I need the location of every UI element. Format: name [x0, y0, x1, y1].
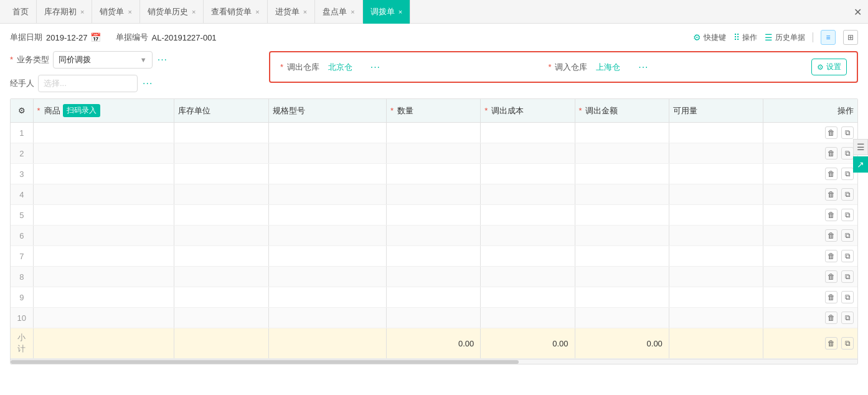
delete-icon[interactable]: 🗑	[825, 337, 837, 350]
tab-sales-order[interactable]: 销货单 ×	[92, 0, 139, 24]
copy-icon[interactable]: ⧉	[841, 147, 854, 159]
delete-icon[interactable]: 🗑	[825, 312, 837, 324]
cell-cost[interactable]	[481, 308, 575, 328]
cell-product[interactable]	[33, 164, 174, 184]
handler-more-button[interactable]: ···	[143, 78, 153, 89]
cell-qty[interactable]	[386, 226, 480, 246]
cell-spec[interactable]	[268, 287, 386, 308]
cell-amount[interactable]	[575, 184, 669, 205]
cell-product[interactable]	[33, 143, 174, 164]
business-type-more-button[interactable]: ···	[158, 54, 167, 65]
cell-amount[interactable]	[575, 164, 669, 184]
cell-cost[interactable]	[481, 164, 575, 184]
cell-unit[interactable]	[174, 308, 268, 328]
calendar-icon[interactable]: 📅	[90, 32, 101, 42]
delete-icon[interactable]: 🗑	[825, 291, 837, 303]
cell-qty[interactable]	[386, 164, 480, 184]
delete-icon[interactable]: 🗑	[825, 188, 837, 201]
cell-spec[interactable]	[268, 226, 386, 246]
cell-amount[interactable]	[575, 143, 669, 164]
cell-cost[interactable]	[481, 205, 575, 226]
tab-view-sales[interactable]: 查看销货单 ×	[204, 0, 267, 24]
history-action[interactable]: ☰ 历史单据	[765, 32, 805, 43]
cell-cost[interactable]	[481, 287, 575, 308]
cell-cost[interactable]	[481, 246, 575, 267]
cell-product[interactable]	[33, 184, 174, 205]
cell-amount[interactable]	[575, 308, 669, 328]
copy-icon[interactable]: ⧉	[841, 188, 854, 201]
cell-cost[interactable]	[481, 123, 575, 143]
cell-amount[interactable]	[575, 267, 669, 287]
copy-icon[interactable]: ⧉	[841, 337, 854, 350]
cell-product[interactable]	[33, 226, 174, 246]
cell-qty[interactable]	[386, 287, 480, 308]
cell-unit[interactable]	[174, 123, 268, 143]
tab-inventory-init[interactable]: 库存期初 ×	[37, 0, 92, 24]
cell-product[interactable]	[33, 308, 174, 328]
delete-icon[interactable]: 🗑	[825, 147, 837, 159]
cell-qty[interactable]	[386, 308, 480, 328]
scan-button[interactable]: 扫码录入	[63, 104, 100, 117]
cell-unit[interactable]	[174, 287, 268, 308]
tab-transfer-close[interactable]: ×	[399, 8, 402, 16]
delete-icon[interactable]: 🗑	[825, 168, 837, 180]
delete-icon[interactable]: 🗑	[825, 126, 837, 139]
business-type-select[interactable]: 同价调拨 ▼	[53, 51, 153, 69]
cell-cost[interactable]	[481, 226, 575, 246]
cell-amount[interactable]	[575, 246, 669, 267]
copy-icon[interactable]: ⧉	[841, 168, 854, 180]
cell-product[interactable]	[33, 267, 174, 287]
tab-view-sales-close[interactable]: ×	[255, 8, 259, 16]
copy-icon[interactable]: ⧉	[841, 291, 854, 303]
cell-amount[interactable]	[575, 205, 669, 226]
delete-icon[interactable]: 🗑	[825, 229, 837, 242]
copy-icon[interactable]: ⧉	[841, 312, 854, 324]
cell-spec[interactable]	[268, 308, 386, 328]
cell-qty[interactable]	[386, 184, 480, 205]
cell-unit[interactable]	[174, 205, 268, 226]
cell-unit[interactable]	[174, 267, 268, 287]
cell-unit[interactable]	[174, 226, 268, 246]
copy-icon[interactable]: ⧉	[841, 250, 854, 262]
delete-icon[interactable]: 🗑	[825, 209, 837, 221]
cell-spec[interactable]	[268, 267, 386, 287]
cell-qty[interactable]	[386, 246, 480, 267]
cell-qty[interactable]	[386, 267, 480, 287]
tab-sales-history[interactable]: 销货单历史 ×	[140, 0, 204, 24]
copy-icon[interactable]: ⧉	[841, 126, 854, 139]
cell-product[interactable]	[33, 205, 174, 226]
copy-icon[interactable]: ⧉	[841, 209, 854, 221]
tab-sales-order-close[interactable]: ×	[128, 8, 131, 16]
cell-unit[interactable]	[174, 164, 268, 184]
delete-icon[interactable]: 🗑	[825, 270, 837, 283]
th-settings[interactable]: ⚙	[11, 99, 33, 123]
toolbar-lines-button[interactable]: ≡	[821, 30, 836, 45]
cell-amount[interactable]	[575, 287, 669, 308]
cell-cost[interactable]	[481, 143, 575, 164]
tab-stocktake-close[interactable]: ×	[351, 8, 354, 16]
cell-unit[interactable]	[174, 246, 268, 267]
cell-cost[interactable]	[481, 184, 575, 205]
cell-product[interactable]	[33, 287, 174, 308]
export-button[interactable]: ↗	[853, 156, 868, 173]
cell-qty[interactable]	[386, 123, 480, 143]
cell-spec[interactable]	[268, 143, 386, 164]
cell-amount[interactable]	[575, 123, 669, 143]
doc-list-button[interactable]: ☰	[853, 139, 868, 155]
horizontal-scrollbar[interactable]	[11, 359, 857, 364]
close-all-tabs-button[interactable]: ✕	[854, 6, 862, 17]
cell-qty[interactable]	[386, 205, 480, 226]
cell-product[interactable]	[33, 123, 174, 143]
cell-spec[interactable]	[268, 246, 386, 267]
operations-action[interactable]: ⠿ 操作	[734, 32, 757, 43]
tab-sales-history-close[interactable]: ×	[192, 8, 196, 16]
handler-select[interactable]: 选择...	[38, 75, 138, 92]
cell-spec[interactable]	[268, 164, 386, 184]
cell-cost[interactable]	[481, 267, 575, 287]
tab-purchase-order[interactable]: 进货单 ×	[268, 0, 315, 24]
cell-spec[interactable]	[268, 123, 386, 143]
cell-qty[interactable]	[386, 143, 480, 164]
tab-inventory-init-close[interactable]: ×	[80, 8, 84, 16]
tab-transfer[interactable]: 调拨单 ×	[363, 0, 410, 24]
delete-icon[interactable]: 🗑	[825, 250, 837, 262]
